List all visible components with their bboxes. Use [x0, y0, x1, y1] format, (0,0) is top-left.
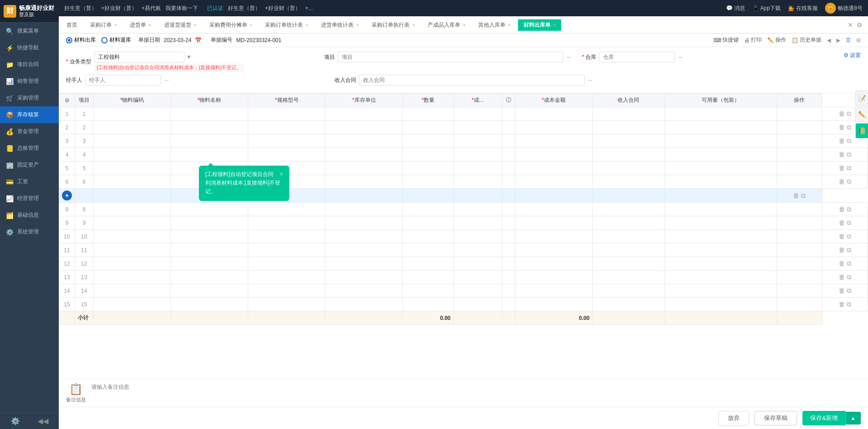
row-15-col-7[interactable] — [515, 298, 592, 311]
tab-进货单统计表[interactable]: 进货单统计表× — [315, 19, 365, 31]
top-nav-link-0[interactable]: 好生意（普） — [64, 5, 97, 12]
sidebar-item-project[interactable]: 📁项目合同 — [0, 56, 59, 73]
row-14-col-10[interactable] — [777, 284, 822, 298]
sidebar-item-ledger[interactable]: 📒总账管理 — [0, 140, 59, 157]
row-delete-10[interactable]: 🗑 — [839, 233, 845, 240]
tab-close-8[interactable]: × — [463, 23, 466, 28]
top-nav-link-6[interactable]: +好业财（普） — [265, 5, 301, 12]
tab-其他入库单[interactable]: 其他入库单× — [472, 19, 517, 31]
top-tool-2[interactable]: 💁 在线客服 — [788, 5, 818, 12]
row-14-col-8[interactable] — [592, 284, 665, 298]
row-9-col-1[interactable] — [171, 216, 248, 230]
tab-close-6[interactable]: × — [356, 23, 359, 28]
active-row-col-9[interactable] — [515, 189, 592, 203]
calendar-icon[interactable]: 📅 — [195, 37, 202, 43]
tab-close-9[interactable]: × — [508, 23, 511, 28]
row-12-col-2[interactable] — [248, 257, 326, 271]
row-5-col-0[interactable] — [94, 162, 171, 175]
row-8-col-3[interactable] — [326, 203, 403, 216]
row-3-col-10[interactable] — [777, 134, 822, 148]
row-delete-15[interactable]: 🗑 — [839, 300, 845, 308]
row-copy-13[interactable]: ⧉ — [847, 273, 851, 281]
row-6-col-9[interactable] — [665, 175, 777, 189]
sidebar-item-system[interactable]: ⚙️系统管理 — [0, 224, 59, 240]
row-copy-8[interactable]: ⧉ — [847, 205, 851, 213]
row-12-col-4[interactable] — [403, 257, 453, 271]
row-6-col-8[interactable] — [592, 175, 665, 189]
top-nav-link-2[interactable]: +易代账 — [142, 5, 161, 12]
row-12-col-10[interactable] — [777, 257, 822, 271]
row-3-col-0[interactable] — [94, 134, 171, 148]
row-4-col-0[interactable] — [94, 148, 171, 162]
row-6-col-0[interactable] — [94, 175, 171, 189]
row-1-col-8[interactable] — [592, 107, 665, 121]
row-6-col-7[interactable] — [515, 175, 592, 189]
top-nav-link-3[interactable]: 我要体验一下 — [165, 5, 198, 12]
row-5-col-9[interactable] — [665, 162, 777, 175]
row-8-col-4[interactable] — [403, 203, 453, 216]
row-13-col-0[interactable] — [94, 271, 171, 284]
row-8-col-7[interactable] — [515, 203, 592, 216]
row-14-col-6[interactable] — [502, 284, 515, 298]
row-15-col-10[interactable] — [777, 298, 822, 311]
row-3-col-2[interactable] — [248, 134, 326, 148]
row-4-col-5[interactable] — [453, 148, 502, 162]
tab-close-4[interactable]: × — [250, 23, 253, 28]
sidebar-item-inventory[interactable]: 📦库存核算 — [0, 106, 59, 123]
row-14-col-5[interactable] — [453, 284, 502, 298]
right-panel-book-icon[interactable]: 📗 — [855, 123, 868, 138]
row-4-col-6[interactable] — [502, 148, 515, 162]
right-panel-edit-icon[interactable]: 📝 — [855, 91, 868, 106]
collapse-icon[interactable]: ◀◀ — [38, 417, 48, 425]
row-12-col-0[interactable] — [94, 257, 171, 271]
row-9-col-6[interactable] — [502, 216, 515, 230]
top-nav-link-7[interactable]: +... — [305, 5, 313, 11]
row-2-col-9[interactable] — [665, 121, 777, 134]
handler-input[interactable] — [85, 75, 161, 86]
row-5-col-8[interactable] — [592, 162, 665, 175]
row-11-col-9[interactable] — [665, 243, 777, 257]
tab-close-all[interactable]: ✕ — [848, 21, 853, 29]
row-1-col-7[interactable] — [515, 107, 592, 121]
active-row-col-6[interactable] — [403, 189, 453, 203]
row-2-col-10[interactable] — [777, 121, 822, 134]
row-2-col-8[interactable] — [592, 121, 665, 134]
sidebar-item-base[interactable]: 🗂️基础信息 — [0, 207, 59, 224]
row-14-col-0[interactable] — [94, 284, 171, 298]
row-1-col-4[interactable] — [403, 107, 453, 121]
tooltip-close-btn[interactable]: × — [280, 170, 283, 179]
row-delete-12[interactable]: 🗑 — [839, 260, 845, 267]
right-panel-pen-icon[interactable]: ✏️ — [855, 107, 868, 122]
sidebar-item-ops[interactable]: 📈经营管理 — [0, 190, 59, 207]
row-9-col-3[interactable] — [326, 216, 403, 230]
row-2-col-5[interactable] — [453, 121, 502, 134]
th-settings[interactable]: ⚙ — [59, 94, 75, 107]
tab-close-2[interactable]: × — [149, 23, 151, 28]
row-13-col-6[interactable] — [502, 271, 515, 284]
settings-bottom-icon[interactable]: ⚙️ — [11, 417, 20, 425]
row-4-col-10[interactable] — [777, 148, 822, 162]
row-3-col-3[interactable] — [326, 134, 403, 148]
row-copy-6[interactable]: ⧉ — [847, 178, 851, 186]
row-1-col-1[interactable] — [171, 107, 248, 121]
tab-采购订单统计表[interactable]: 采购订单统计表× — [259, 19, 314, 31]
handler-more[interactable]: ··· — [165, 77, 169, 83]
row-12-col-7[interactable] — [515, 257, 592, 271]
row-5-col-5[interactable] — [453, 162, 502, 175]
row-delete-14[interactable]: 🗑 — [839, 287, 845, 295]
row-14-col-1[interactable] — [171, 284, 248, 298]
row-6-col-3[interactable] — [326, 175, 403, 189]
tab-close-5[interactable]: × — [306, 23, 308, 28]
sidebar-item-payroll[interactable]: 💳工资 — [0, 173, 59, 190]
tab-进退货退货[interactable]: 进退货退货× — [158, 19, 203, 31]
sidebar-item-sales[interactable]: 📊销售管理 — [0, 73, 59, 90]
sidebar-item-finance[interactable]: 💰资金管理 — [0, 123, 59, 140]
row-9-col-4[interactable] — [403, 216, 453, 230]
sidebar-item-search[interactable]: 🔍搜索菜单 — [0, 23, 59, 39]
tab-close-3[interactable]: × — [194, 23, 197, 28]
row-14-col-9[interactable] — [665, 284, 777, 298]
active-row-col-10[interactable] — [592, 189, 665, 203]
row-15-col-8[interactable] — [592, 298, 665, 311]
row-6-col-10[interactable] — [777, 175, 822, 189]
top-tool-1[interactable]: 📱 App下载 — [752, 5, 781, 12]
